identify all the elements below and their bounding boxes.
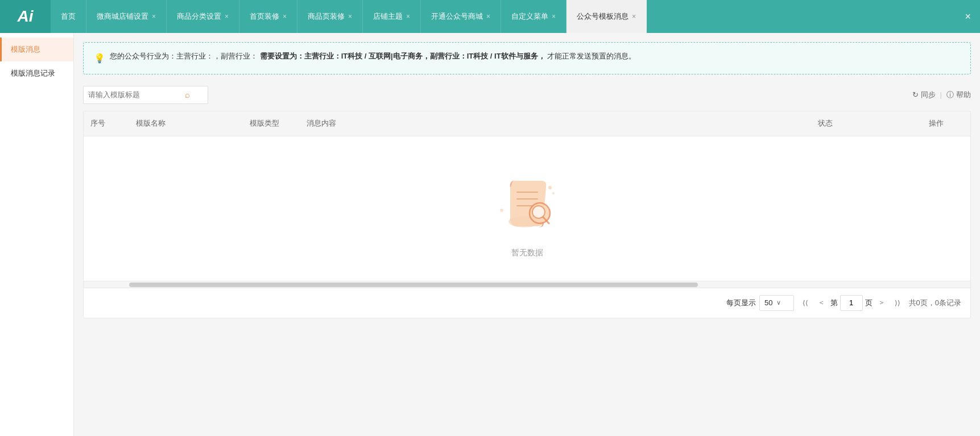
empty-state: 暂无数据 <box>84 136 970 281</box>
page-nav: ⟨⟨ ＜ 第 页 ＞ ⟩⟩ <box>799 295 904 311</box>
total-info: 共0页，0条记录 <box>909 298 961 308</box>
close-tab-open-mall-icon[interactable]: × <box>486 13 490 20</box>
nav-tab-product-category[interactable]: 商品分类设置× <box>167 0 239 33</box>
data-table: 序号 模版名称 模版类型 消息内容 状态 操作 <box>83 111 971 318</box>
notice-prefix: 您的公众号行业为：主营行业：，副营行业： <box>110 52 258 60</box>
content-area: 💡 您的公众号行业为：主营行业：，副营行业： 需要设置为：主营行业：IT科技 /… <box>74 33 980 436</box>
notice-highlight: 需要设置为：主营行业：IT科技 / 互联网|电子商务，副营行业：IT科技 / I… <box>260 52 545 60</box>
main-layout: 模版消息模版消息记录 💡 您的公众号行业为：主营行业：，副营行业： 需要设置为：… <box>0 33 980 436</box>
horizontal-scrollbar[interactable] <box>84 281 970 288</box>
page-size-value: 50 <box>764 298 772 307</box>
col-header-status: 状态 <box>811 118 902 128</box>
scrollbar-thumb[interactable] <box>129 283 698 287</box>
close-tab-home-decor-icon[interactable]: × <box>283 13 287 20</box>
last-page-button[interactable]: ⟩⟩ <box>891 296 904 310</box>
page-size-select: 每页显示 50 ∨ <box>726 295 793 311</box>
col-header-type: 模版类型 <box>243 118 300 128</box>
help-label: 帮助 <box>956 90 971 100</box>
next-page-button[interactable]: ＞ <box>875 296 888 310</box>
divider: | <box>940 90 942 99</box>
nav-tab-home-decor[interactable]: 首页装修× <box>239 0 297 33</box>
notice-box: 💡 您的公众号行业为：主营行业：，副营行业： 需要设置为：主营行业：IT科技 /… <box>83 42 971 74</box>
nav-tab-home[interactable]: 首页 <box>51 0 86 33</box>
svg-point-7 <box>548 186 552 189</box>
help-button[interactable]: ⓘ 帮助 <box>946 90 971 100</box>
sidebar-item-template-log[interactable]: 模版消息记录 <box>0 61 73 85</box>
logo: Ai <box>0 0 51 33</box>
col-header-seq: 序号 <box>84 118 129 128</box>
page-prefix: 第 <box>830 298 838 308</box>
close-tab-shop-theme-icon[interactable]: × <box>406 13 410 20</box>
search-button[interactable]: ⌕ <box>185 90 190 99</box>
search-input-wrap[interactable]: ⌕ <box>83 86 208 104</box>
pagination: 每页显示 50 ∨ ⟨⟨ ＜ 第 页 ＞ ⟩⟩ 共0页，0条记录 <box>84 288 970 318</box>
help-icon: ⓘ <box>946 90 954 100</box>
empty-svg <box>493 171 561 239</box>
empty-text: 暂无数据 <box>511 248 543 258</box>
svg-point-9 <box>500 209 503 212</box>
col-header-name: 模版名称 <box>129 118 243 128</box>
prev-page-button[interactable]: ＜ <box>814 296 828 310</box>
nav-tab-custom-menu[interactable]: 自定义菜单× <box>501 0 567 33</box>
top-nav: Ai 首页微商城店铺设置×商品分类设置×首页装修×商品页装修×店铺主题×开通公众… <box>0 0 980 33</box>
notice-icon: 💡 <box>94 51 105 66</box>
first-page-button[interactable]: ⟨⟨ <box>799 296 812 310</box>
page-suffix: 页 <box>865 298 873 308</box>
sidebar: 模版消息模版消息记录 <box>0 33 74 436</box>
svg-point-8 <box>552 192 555 194</box>
close-tab-product-decor-icon[interactable]: × <box>348 13 352 20</box>
close-tab-custom-menu-icon[interactable]: × <box>552 13 556 20</box>
search-bar: ⌕ ↻ 同步 | ⓘ 帮助 <box>83 86 971 104</box>
close-tab-wechat-shop-icon[interactable]: × <box>152 13 156 20</box>
sidebar-item-template-msg[interactable]: 模版消息 <box>0 38 73 61</box>
sync-label: 同步 <box>921 90 936 100</box>
col-header-action: 操作 <box>902 118 970 128</box>
page-size-label: 每页显示 <box>726 298 756 308</box>
sync-icon: ↻ <box>912 90 919 99</box>
close-tab-template-msg-icon[interactable]: × <box>632 13 636 20</box>
empty-illustration <box>493 171 561 239</box>
nav-tab-open-mall[interactable]: 开通公众号商城× <box>421 0 501 33</box>
dropdown-arrow-icon: ∨ <box>776 299 781 306</box>
page-size-dropdown[interactable]: 50 ∨ <box>759 295 793 311</box>
table-header: 序号 模版名称 模版类型 消息内容 状态 操作 <box>84 111 970 136</box>
close-tab-product-category-icon[interactable]: × <box>225 13 229 20</box>
notice-suffix: 才能正常发送预置的消息。 <box>547 52 636 60</box>
page-number-input[interactable] <box>840 295 863 311</box>
nav-tab-shop-theme[interactable]: 店铺主题× <box>363 0 421 33</box>
search-actions: ↻ 同步 | ⓘ 帮助 <box>912 90 971 100</box>
nav-tab-template-msg[interactable]: 公众号模板消息× <box>567 0 647 33</box>
nav-tabs: 首页微商城店铺设置×商品分类设置×首页装修×商品页装修×店铺主题×开通公众号商城… <box>51 0 956 33</box>
notice-text: 您的公众号行业为：主营行业：，副营行业： 需要设置为：主营行业：IT科技 / 互… <box>110 51 960 63</box>
nav-tab-product-decor[interactable]: 商品页装修× <box>297 0 363 33</box>
nav-tab-wechat-shop[interactable]: 微商城店铺设置× <box>86 0 167 33</box>
close-all-button[interactable]: × <box>956 0 980 33</box>
sync-button[interactable]: ↻ 同步 <box>912 90 936 100</box>
search-input[interactable] <box>88 90 185 99</box>
col-header-content: 消息内容 <box>300 118 811 128</box>
